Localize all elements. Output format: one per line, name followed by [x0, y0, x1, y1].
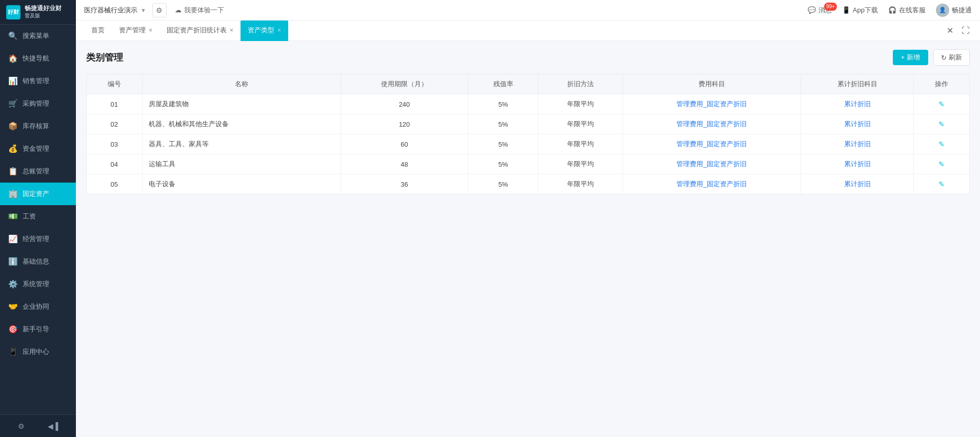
sidebar-icon-ledger: 📋 — [8, 167, 17, 176]
sidebar-icon-app-center: 📱 — [8, 347, 17, 356]
sidebar-item-quicknav[interactable]: 🏠 快捷导航 — [0, 47, 76, 70]
cell-name: 房屋及建筑物 — [142, 94, 341, 114]
collapse-button[interactable]: ◀▐ — [48, 422, 58, 430]
sidebar-icon-system: ⚙️ — [8, 280, 17, 289]
sidebar-item-inventory[interactable]: 📦 库存核算 — [0, 115, 76, 137]
sidebar-label-basic-info: 基础信息 — [23, 257, 49, 266]
sidebar-label-finance: 资金管理 — [23, 144, 49, 153]
experience-label: 我要体验一下 — [184, 6, 224, 15]
sidebar-item-search[interactable]: 🔍 搜索菜单 — [0, 25, 76, 47]
customer-service-button[interactable]: 🎧 在线客服 — [888, 6, 926, 15]
cell-action: ✎ — [914, 94, 969, 114]
cell-residual: 5% — [468, 174, 538, 194]
col-id: 编号 — [87, 74, 142, 94]
sidebar-label-quicknav: 快捷导航 — [23, 54, 49, 63]
col-accumulated: 累计折旧科目 — [801, 74, 913, 94]
user-menu-button[interactable]: 👤 畅捷通 — [936, 4, 972, 17]
sidebar-label-system: 系统管理 — [23, 280, 49, 289]
cell-id: 02 — [87, 114, 142, 134]
edit-button[interactable]: ✎ — [938, 100, 945, 108]
sidebar-icon-search: 🔍 — [8, 31, 17, 41]
tab-depreciation-table[interactable]: 固定资产折旧统计表 × — [159, 21, 241, 41]
sidebar-item-basic-info[interactable]: ℹ️ 基础信息 — [0, 250, 76, 273]
table-row: 02 机器、机械和其他生产设备 120 5% 年限平均 管理费用_固定资产折旧 … — [87, 114, 969, 134]
message-button[interactable]: 💬 消息 99+ — [808, 6, 832, 15]
logo-icon: 好财 — [6, 5, 21, 19]
sidebar-item-fixed-asset[interactable]: 🏢 固定资产 — [0, 183, 76, 205]
sidebar-label-guide: 新手引导 — [23, 325, 49, 334]
category-table: 编号 名称 使用期限（月） 残值率 折旧方法 费用科目 累计折旧科目 操作 01… — [86, 74, 970, 194]
sidebar: 好财 畅捷通好业财 普及版 🔍 搜索菜单 🏠 快捷导航 📊 销售管理 🛒 采购管… — [0, 0, 76, 437]
topbar-right: 💬 消息 99+ 📱 App下载 🎧 在线客服 👤 畅捷通 — [808, 4, 972, 17]
app-download-button[interactable]: 📱 App下载 — [842, 6, 878, 15]
edit-button[interactable]: ✎ — [938, 140, 945, 148]
cell-method: 年限平均 — [538, 94, 623, 114]
table-row: 05 电子设备 36 5% 年限平均 管理费用_固定资产折旧 累计折旧 ✎ — [87, 174, 969, 194]
sidebar-item-payroll[interactable]: 💵 工资 — [0, 205, 76, 228]
cell-action: ✎ — [914, 114, 969, 134]
cell-method: 年限平均 — [538, 174, 623, 194]
cell-period: 60 — [341, 134, 468, 154]
new-button[interactable]: + 新增 — [893, 50, 928, 65]
sidebar-item-ledger[interactable]: 📋 总账管理 — [0, 160, 76, 183]
cell-method: 年限平均 — [538, 114, 623, 134]
sidebar-item-sales[interactable]: 📊 销售管理 — [0, 70, 76, 92]
sidebar-item-operations[interactable]: 📈 经营管理 — [0, 228, 76, 250]
sidebar-label-app-center: 应用中心 — [23, 347, 49, 356]
tab-asset-mgmt[interactable]: 资产管理 × — [112, 21, 159, 41]
tab-asset-type-close[interactable]: × — [277, 27, 281, 34]
sidebar-item-guide[interactable]: 🎯 新手引导 — [0, 318, 76, 341]
sidebar-icon-cooperation: 🤝 — [8, 302, 17, 311]
cell-period: 48 — [341, 154, 468, 174]
message-badge: 99+ — [824, 3, 837, 11]
sidebar-item-system[interactable]: ⚙️ 系统管理 — [0, 273, 76, 295]
sidebar-item-app-center[interactable]: 📱 应用中心 — [0, 341, 76, 363]
page-header: 类别管理 + 新增 ↻ 刷新 — [86, 49, 970, 66]
refresh-button[interactable]: ↻ 刷新 — [933, 49, 970, 66]
app-badge: 普及版 — [25, 12, 62, 19]
sidebar-item-finance[interactable]: 💰 资金管理 — [0, 137, 76, 160]
tab-asset-type[interactable]: 资产类型 × — [241, 21, 288, 41]
cell-residual: 5% — [468, 134, 538, 154]
tab-maximize-button[interactable]: ⛶ — [959, 24, 972, 37]
col-expense: 费用科目 — [623, 74, 801, 94]
sidebar-label-inventory: 库存核算 — [23, 122, 49, 131]
page-title: 类别管理 — [86, 51, 123, 64]
cell-accumulated: 累计折旧 — [801, 134, 913, 154]
cell-name: 器具、工具、家具等 — [142, 134, 341, 154]
cell-period: 240 — [341, 94, 468, 114]
col-method: 折旧方法 — [538, 74, 623, 94]
sidebar-icon-inventory: 📦 — [8, 122, 17, 131]
cell-residual: 5% — [468, 94, 538, 114]
sidebar-item-cooperation[interactable]: 🤝 企业协同 — [0, 295, 76, 318]
tab-close-all-button[interactable]: ✕ — [945, 24, 955, 37]
edit-button[interactable]: ✎ — [938, 160, 945, 168]
sidebar-icon-purchase: 🛒 — [8, 99, 17, 108]
tabbar: 首页 资产管理 × 固定资产折旧统计表 × 资产类型 × ✕ ⛶ — [76, 21, 980, 41]
module-settings-button[interactable]: ⚙ — [152, 3, 167, 17]
cell-name: 电子设备 — [142, 174, 341, 194]
table-row: 01 房屋及建筑物 240 5% 年限平均 管理费用_固定资产折旧 累计折旧 ✎ — [87, 94, 969, 114]
experience-button[interactable]: ☁ 我要体验一下 — [175, 6, 224, 15]
edit-button[interactable]: ✎ — [938, 120, 945, 128]
module-arrow-icon: ▼ — [141, 7, 146, 13]
customer-service-label: 在线客服 — [899, 6, 926, 15]
col-residual: 残值率 — [468, 74, 538, 94]
sidebar-label-payroll: 工资 — [23, 212, 36, 221]
cell-expense: 管理费用_固定资产折旧 — [623, 134, 801, 154]
sidebar-icon-payroll: 💵 — [8, 212, 17, 221]
tab-asset-type-label: 资产类型 — [248, 26, 274, 35]
main-area: 医疗器械行业演示 ▼ ⚙ ☁ 我要体验一下 💬 消息 99+ 📱 App下载 🎧… — [76, 0, 980, 437]
settings-button[interactable]: ⚙ — [18, 422, 25, 430]
page-content: 类别管理 + 新增 ↻ 刷新 编号 名称 使用期限（月） 残值率 折旧方法 — [76, 41, 980, 437]
cell-id: 01 — [87, 94, 142, 114]
module-selector[interactable]: 医疗器械行业演示 ▼ — [84, 6, 146, 15]
settings-icon: ⚙ — [18, 422, 25, 430]
sidebar-item-purchase[interactable]: 🛒 采购管理 — [0, 92, 76, 115]
edit-button[interactable]: ✎ — [938, 180, 945, 188]
refresh-label: 刷新 — [949, 53, 962, 62]
tab-home[interactable]: 首页 — [84, 21, 112, 41]
tab-asset-mgmt-close[interactable]: × — [149, 27, 152, 34]
cell-id: 03 — [87, 134, 142, 154]
tab-depreciation-close[interactable]: × — [230, 27, 233, 34]
